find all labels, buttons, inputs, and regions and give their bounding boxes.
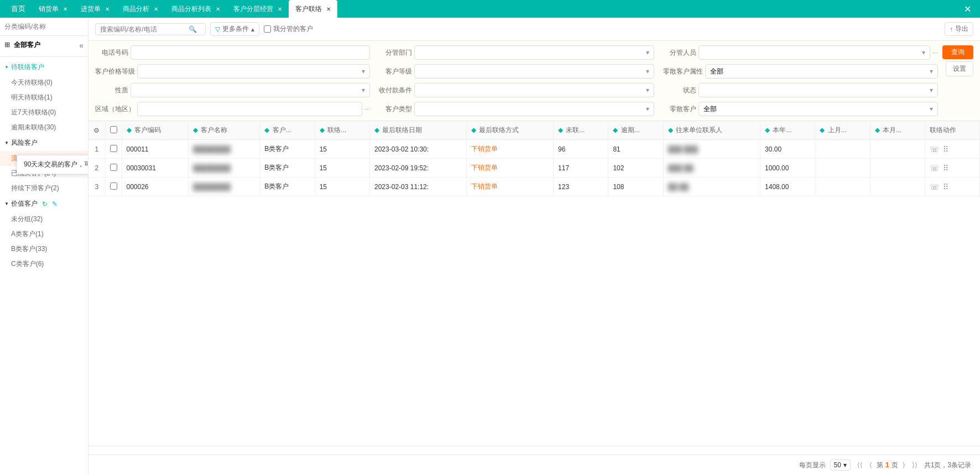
th-this-year[interactable]: ◆ 本年... xyxy=(760,121,815,140)
contact-action-2[interactable]: ☏ xyxy=(930,164,940,173)
th-code[interactable]: ◆ 客户编码 xyxy=(122,121,189,140)
row-checkbox-1[interactable] xyxy=(105,140,122,159)
search-input[interactable] xyxy=(100,25,189,33)
th-overdue[interactable]: ◆ 逾期... xyxy=(608,121,663,140)
sidebar-item-classB[interactable]: B类客户(33) xyxy=(0,242,88,257)
th-settings[interactable]: ⚙ xyxy=(88,121,105,140)
horizontal-scrollbar[interactable] xyxy=(88,446,980,455)
contact-action-3[interactable]: ☏ xyxy=(930,182,940,191)
last-page-button[interactable]: ⟩⟩ xyxy=(910,460,920,470)
tab-home[interactable]: 首页 xyxy=(4,4,32,14)
more-action-2[interactable]: ⠿ xyxy=(943,164,948,173)
filter-more-region[interactable]: ··· xyxy=(364,105,370,113)
row-last-contact-type-2[interactable]: 下销货单 xyxy=(466,159,553,178)
prev-page-button[interactable]: ⟨ xyxy=(867,460,874,470)
filter-label-retail: 零散客户 xyxy=(663,105,696,114)
sidebar-item-7days[interactable]: 近7天待联络(0) xyxy=(0,105,88,120)
first-page-button[interactable]: ⟨⟨ xyxy=(855,460,865,470)
filter-input-region[interactable] xyxy=(137,102,362,116)
sidebar-item-declining[interactable]: 持续下滑客户(2) xyxy=(0,181,88,196)
row-this-month-2 xyxy=(870,159,925,178)
grid-icon: ⊞ xyxy=(4,41,10,49)
link-sales-3[interactable]: 下销货单 xyxy=(471,182,498,190)
filter-select-customer-type[interactable]: ▾ xyxy=(414,102,654,116)
tab-product-analysis[interactable]: 商品分析 ✕ xyxy=(116,0,165,18)
filter-select-retail[interactable]: 全部 ▾ xyxy=(698,102,938,116)
select-all-checkbox[interactable] xyxy=(110,126,117,133)
th-last-contact-date[interactable]: ◆ 最后联络日期 xyxy=(370,121,467,140)
filter-select-nature[interactable]: ▾ xyxy=(131,83,370,97)
filter-select-payment[interactable]: ▾ xyxy=(414,83,654,97)
filter-select-price-level[interactable]: ▾ xyxy=(137,64,370,79)
row-last-contact-type-3[interactable]: 下销货单 xyxy=(466,178,553,196)
close-tab-product-analysis[interactable]: ✕ xyxy=(154,6,158,12)
tab-salesorder[interactable]: 销货单 ✕ xyxy=(32,0,74,18)
tab-purchaseorder[interactable]: 进货单 ✕ xyxy=(74,0,116,18)
filter-more-manager[interactable]: ··· xyxy=(932,49,938,56)
setting-button[interactable]: 设置 xyxy=(946,61,973,76)
close-tab-product-analysis-list[interactable]: ✕ xyxy=(216,6,220,12)
th-contact-person[interactable]: ◆ 往来单位联系人 xyxy=(663,121,760,140)
contact-action-1[interactable]: ☏ xyxy=(930,145,940,154)
filter-field-payment: 收付款条件 ▾ xyxy=(379,83,654,97)
edit-icon[interactable]: ✎ xyxy=(52,200,58,208)
close-tab-customer-contact[interactable]: ✕ xyxy=(326,6,331,12)
th-contact-num[interactable]: ◆ 联络... xyxy=(315,121,369,140)
filter-select-status[interactable]: ▾ xyxy=(698,83,938,97)
filter-select-manager[interactable]: ▾ xyxy=(698,45,930,60)
row-check-1[interactable] xyxy=(110,145,117,152)
row-last-contact-type-1[interactable]: 下销货单 xyxy=(466,140,553,159)
sidebar-item-overdue[interactable]: 逾期未联络(30) xyxy=(0,120,88,135)
filter-select-retail-attr[interactable]: 全部 ▾ xyxy=(705,64,938,79)
next-page-button[interactable]: ⟩ xyxy=(900,460,908,470)
row-check-3[interactable] xyxy=(110,182,117,190)
link-sales-1[interactable]: 下销货单 xyxy=(471,145,498,153)
sidebar-search-icon[interactable]: 🔍 xyxy=(87,22,88,31)
search-submit-icon[interactable]: 🔍 xyxy=(189,25,197,33)
row-check-2[interactable] xyxy=(110,164,117,171)
close-tab-customer-segment[interactable]: ✕ xyxy=(278,6,282,12)
close-tab-salesorder[interactable]: ✕ xyxy=(63,6,67,12)
sidebar-collapse-icon[interactable]: « xyxy=(79,41,84,50)
chevron-dept-icon: ▾ xyxy=(646,49,649,56)
th-last-contact-type[interactable]: ◆ 最后联络方式 xyxy=(466,121,553,140)
th-not-contacted[interactable]: ◆ 未联... xyxy=(554,121,608,140)
my-customer-check[interactable] xyxy=(264,25,271,33)
th-last-month[interactable]: ◆ 上月... xyxy=(815,121,870,140)
link-sales-2[interactable]: 下销货单 xyxy=(471,164,498,171)
tab-customer-segment[interactable]: 客户分层经营 ✕ xyxy=(227,0,289,18)
sidebar-group-risk[interactable]: ▼ 风险客户 xyxy=(0,135,88,151)
sidebar-item-classA[interactable]: A类客户(1) xyxy=(0,227,88,242)
th-this-month[interactable]: ◆ 本月... xyxy=(870,121,925,140)
query-button[interactable]: 查询 xyxy=(942,45,973,59)
sidebar-group-pending[interactable]: ▼ 待联络客户 xyxy=(0,59,88,75)
sidebar-search-input[interactable] xyxy=(4,23,87,30)
top-nav: 首页 销货单 ✕ 进货单 ✕ 商品分析 ✕ 商品分析列表 ✕ 客户分层经营 ✕ … xyxy=(0,0,980,18)
more-action-3[interactable]: ⠿ xyxy=(943,182,948,191)
filter-select-dept[interactable]: ▾ xyxy=(414,45,654,60)
th-name[interactable]: ◆ 客户名称 xyxy=(189,121,260,140)
sidebar-all-customers[interactable]: ⊞ 全部客户 « xyxy=(0,36,88,54)
tab-product-analysis-list[interactable]: 商品分析列表 ✕ xyxy=(165,0,227,18)
my-customer-checkbox[interactable]: 我分管的客户 xyxy=(264,24,313,34)
close-all-button[interactable]: ✕ xyxy=(960,4,976,14)
filter-select-customer-level[interactable]: ▾ xyxy=(414,64,654,79)
row-checkbox-2[interactable] xyxy=(105,159,122,178)
sidebar-item-today[interactable]: 今天待联络(0) xyxy=(0,75,88,90)
export-button[interactable]: ↑ 导出 xyxy=(945,22,973,36)
filter-input-phone[interactable] xyxy=(131,45,370,60)
th-checkbox[interactable] xyxy=(105,121,122,140)
sidebar-item-tomorrow[interactable]: 明天待联络(1) xyxy=(0,90,88,105)
filter-field-phone: 电话号码 xyxy=(95,45,370,60)
sidebar-group-value[interactable]: ▼ 价值客户 ↻ ✎ xyxy=(0,196,88,212)
tab-customer-contact[interactable]: 客户联络 ✕ xyxy=(289,0,337,18)
per-page-select[interactable]: 50 ▾ xyxy=(830,460,851,471)
more-filter-button[interactable]: ▽ 更多条件 ▴ xyxy=(210,22,259,36)
close-tab-purchaseorder[interactable]: ✕ xyxy=(105,6,110,12)
sidebar-item-classC[interactable]: C类客户(6) xyxy=(0,257,88,272)
sidebar-item-ungrouped[interactable]: 未分组(32) xyxy=(0,212,88,227)
refresh-icon[interactable]: ↻ xyxy=(42,200,48,208)
row-checkbox-3[interactable] xyxy=(105,178,122,196)
more-action-1[interactable]: ⠿ xyxy=(943,145,948,154)
th-type[interactable]: ◆ 客户... xyxy=(260,121,315,140)
